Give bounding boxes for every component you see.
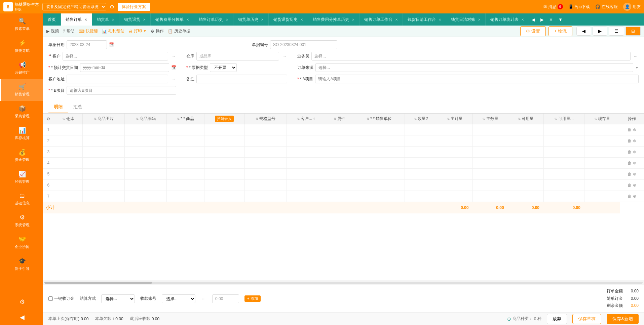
row-unit[interactable] <box>354 158 405 169</box>
row-main-unit[interactable] <box>437 191 472 202</box>
list-view-btn[interactable]: ☰ <box>609 27 624 36</box>
row-attr[interactable] <box>325 191 354 202</box>
row-qty2[interactable] <box>405 180 437 191</box>
row-barcode[interactable] <box>204 169 245 180</box>
grid-view-btn[interactable]: ⊞ <box>626 27 641 36</box>
row-main-unit[interactable] <box>437 169 472 180</box>
row-barcode[interactable] <box>204 180 245 191</box>
row-action[interactable]: 🗑 ⊕ <box>620 169 644 179</box>
tab-close-invoice[interactable]: ✕ <box>112 18 114 22</box>
row-main-unit[interactable] <box>437 158 472 169</box>
tab-return[interactable]: 销货退货 ✕ <box>119 13 151 26</box>
row-action[interactable]: 🗑 ⊕ <box>620 147 644 157</box>
online-service-btn[interactable]: 🎧 在线客服 <box>595 4 618 10</box>
sidebar-item-inventory[interactable]: 📊 库存核算 <box>0 123 43 145</box>
tab-close-cost[interactable]: ✕ <box>186 18 189 22</box>
save-new-btn[interactable]: 保存&新增 <box>607 314 639 324</box>
row-code[interactable] <box>125 158 167 169</box>
row-spec[interactable] <box>244 124 287 135</box>
row-qty2[interactable] <box>405 158 437 169</box>
row-attr[interactable] <box>325 180 354 191</box>
row-available2[interactable] <box>543 169 584 180</box>
row-barcode[interactable] <box>204 135 245 147</box>
copy-icon[interactable]: ⊕ <box>633 194 636 199</box>
row-available2[interactable] <box>543 124 584 135</box>
row-available[interactable] <box>508 147 543 158</box>
row-current[interactable] <box>584 158 620 169</box>
toolbar-video[interactable]: ▶ 视频 <box>46 28 59 34</box>
row-qty2[interactable] <box>405 191 437 202</box>
row-available[interactable] <box>508 191 543 202</box>
row-warehouse[interactable] <box>54 191 83 202</box>
row-spec[interactable] <box>244 135 287 147</box>
row-available2[interactable] <box>543 158 584 169</box>
order-source-dropdown[interactable]: ▼ <box>635 66 639 70</box>
delete-icon[interactable]: 🗑 <box>628 138 632 143</box>
tab-prev-btn[interactable]: ◀ <box>529 13 538 26</box>
tab-next-btn[interactable]: ▶ <box>538 13 546 26</box>
row-product[interactable] <box>167 147 204 158</box>
row-image[interactable] <box>83 124 125 135</box>
row-main-qty[interactable] <box>472 180 508 191</box>
tab-stats[interactable]: 销售订单统计表 ✕ <box>486 13 529 26</box>
tab-return-history[interactable]: 销货退货历史 ✕ <box>269 13 308 26</box>
row-warehouse[interactable] <box>54 158 83 169</box>
discard-btn[interactable]: 放弃 <box>547 314 567 324</box>
row-current[interactable] <box>584 191 620 202</box>
row-attr[interactable] <box>325 158 354 169</box>
row-unit[interactable] <box>354 169 405 180</box>
tab-cost-split[interactable]: 销售费用分摊单 ✕ <box>151 13 194 26</box>
tab-menu-btn[interactable]: ▼ <box>556 13 565 26</box>
sidebar-item-sales[interactable]: 🛒 销售管理 <box>0 79 43 101</box>
scroll-thumb[interactable] <box>44 282 152 284</box>
row-available[interactable] <box>508 180 543 191</box>
row-customer-code[interactable] <box>287 180 325 191</box>
delete-icon[interactable]: 🗑 <box>628 183 632 188</box>
row-action[interactable]: 🗑 ⊕ <box>620 191 644 202</box>
tab-invoice-history[interactable]: 销货单历史 ✕ <box>233 13 269 26</box>
address-input[interactable] <box>67 75 168 83</box>
row-barcode[interactable] <box>204 191 245 202</box>
row-warehouse[interactable] <box>54 135 83 147</box>
tab-daily-clear[interactable]: 钱货日清工作台 ✕ <box>403 13 446 26</box>
remark-input[interactable] <box>196 75 287 83</box>
row-customer-code[interactable] <box>287 124 325 135</box>
b-project-input[interactable] <box>67 86 176 95</box>
copy-icon[interactable]: ⊕ <box>633 183 636 188</box>
row-customer-code[interactable] <box>287 169 325 180</box>
row-current[interactable] <box>584 169 620 180</box>
tab-close-cost-hist[interactable]: ✕ <box>352 18 354 22</box>
delete-icon[interactable]: 🗑 <box>628 161 632 165</box>
quick-pay-checkbox[interactable]: 一键收订金 <box>48 296 74 301</box>
row-attr[interactable] <box>325 147 354 158</box>
row-barcode[interactable] <box>204 124 245 135</box>
row-available2[interactable] <box>543 180 584 191</box>
save-draft-btn[interactable]: 保存草稿 <box>572 314 601 324</box>
row-code[interactable] <box>125 191 167 202</box>
delivery-calendar-icon[interactable]: 📅 <box>171 65 176 70</box>
row-main-unit[interactable] <box>437 147 472 158</box>
delete-icon[interactable]: 🗑 <box>628 194 632 199</box>
payment-method-select[interactable]: 选择... <box>101 294 135 303</box>
row-spec[interactable] <box>244 169 287 180</box>
row-product[interactable] <box>167 169 204 180</box>
row-code[interactable] <box>125 180 167 191</box>
next-record-btn[interactable]: ▶ <box>593 27 607 36</box>
sidebar-item-finance[interactable]: 💰 资金管理 <box>0 145 43 166</box>
row-image[interactable] <box>83 180 125 191</box>
row-warehouse[interactable] <box>54 180 83 191</box>
col-barcode[interactable]: 扫码录入 <box>204 114 245 124</box>
row-unit[interactable] <box>354 124 405 135</box>
row-qty2[interactable] <box>405 124 437 135</box>
row-main-qty[interactable] <box>472 147 508 158</box>
row-customer-code[interactable] <box>287 147 325 158</box>
col-settings[interactable]: ⚙ <box>43 114 54 124</box>
row-current[interactable] <box>584 180 620 191</box>
tab-close-rec[interactable]: ✕ <box>478 18 481 22</box>
tab-cost-history[interactable]: 销售费用分摊单历史 ✕ <box>308 13 359 26</box>
copy-icon[interactable]: ⊕ <box>633 127 636 132</box>
tab-close-all-btn[interactable]: ✕ <box>546 13 556 26</box>
sub-tab-detail[interactable]: 明细 <box>48 101 68 113</box>
row-image[interactable] <box>83 169 125 180</box>
row-spec[interactable] <box>244 158 287 169</box>
